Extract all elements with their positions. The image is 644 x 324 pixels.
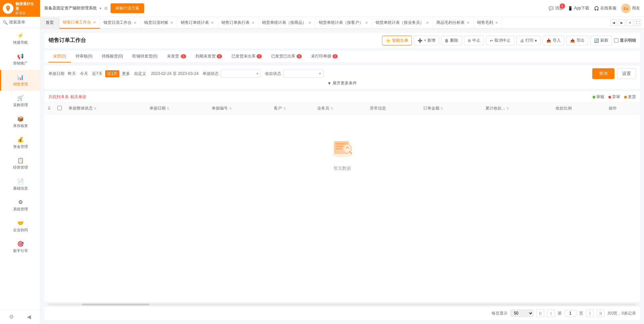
page-size-select[interactable]: 50 100 200 — [510, 310, 533, 317]
filter-tab-shipped-out[interactable]: 已发货已出库 0 — [266, 51, 306, 63]
page-last-btn[interactable]: ⟩⟩ — [597, 309, 605, 317]
sidebar-item-marketing[interactable]: 📢 营销推广 — [0, 49, 40, 70]
page-label-of: 页 — [579, 311, 583, 316]
tab-sales-profit-close[interactable]: ✕ — [495, 21, 499, 25]
select-all-checkbox[interactable] — [57, 106, 62, 110]
th-date[interactable]: 单据日期 ⇅ — [146, 103, 208, 114]
tab-gross-profit[interactable]: 商品毛利分析表 ✕ — [433, 17, 474, 28]
filter-payment-select[interactable] — [283, 70, 324, 78]
filter-tab-pending-inspect[interactable]: 待拣验货(0) — [97, 51, 128, 63]
sidebar-item-quick-nav[interactable]: ⚡ 快捷导航 — [0, 28, 40, 49]
th-staff[interactable]: 业务员 ⇅ — [314, 103, 367, 114]
tab-sales-summary-staff-close[interactable]: ✕ — [425, 21, 429, 25]
quick-review-btn[interactable]: 审核 — [593, 94, 604, 100]
set-btn[interactable]: 设置 — [617, 68, 636, 79]
tab-sales-stats-close[interactable]: ✕ — [210, 21, 214, 25]
filter-expand-btn[interactable]: ▼ 展开更多条件 — [48, 80, 636, 86]
tab-next-btn[interactable]: ▶ — [618, 19, 625, 26]
sidebar-item-system[interactable]: ⚙ 系统管理 — [0, 195, 40, 216]
sidebar-item-finance[interactable]: 💰 资金管理 — [0, 132, 40, 153]
date-custom[interactable]: 自定义 — [133, 70, 147, 77]
tab-sales-exec-close[interactable]: ✕ — [251, 21, 255, 25]
import-btn[interactable]: 📥 导入 — [543, 36, 564, 45]
tab-sales-summary-product-close[interactable]: ✕ — [308, 21, 312, 25]
filter-tab-shipped-not-out[interactable]: 已发货未出库 0 — [227, 51, 267, 63]
filter-bar: 单据日期 昨天 今天 近7天 近1月 更多 自定义 2023-02-24 至 2… — [44, 66, 640, 89]
sidebar-item-enterprise[interactable]: 🤝 企业协同 — [0, 216, 40, 237]
tab-sales-summary-customer-close[interactable]: ✕ — [364, 21, 369, 25]
sidebar-item-guide[interactable]: 🎯 新手引导 — [0, 237, 40, 257]
sidebar-search[interactable]: 🔍 搜索菜单 — [0, 17, 40, 28]
filter-tab-not-printed[interactable]: 未打印单据 0 — [306, 51, 342, 63]
filter-tab-not-shipped[interactable]: 未发货 0 — [162, 51, 191, 63]
filter-status-select[interactable] — [221, 70, 261, 78]
sidebar-item-sales[interactable]: 📊 销售管理 — [0, 70, 40, 91]
refresh-btn[interactable]: 🔄 刷新 — [590, 36, 612, 45]
quick-cancel-review-btn[interactable]: 弃审 — [608, 94, 620, 100]
tab-cash-reconcile-close[interactable]: ✕ — [170, 21, 174, 25]
tab-close-all-btn[interactable]: ✕ — [627, 19, 633, 26]
th-status[interactable]: 单据整体状态 ⇅ — [65, 103, 146, 114]
tab-sales-profit[interactable]: 销售毛利 ✕ — [474, 17, 502, 28]
print-btn[interactable]: 🖨 打印 ▾ — [516, 36, 541, 45]
page-next-btn[interactable]: ⟩ — [586, 309, 594, 317]
th-number[interactable]: 单据编号 ⇅ — [208, 103, 270, 114]
show-detail-check[interactable]: 显示明细 — [614, 38, 636, 43]
filter-tab-expired[interactable]: 到期未发货 0 — [191, 51, 227, 63]
filter-tab-all[interactable]: 全部(0) — [48, 51, 71, 63]
tab-cash-daily-close[interactable]: ✕ — [133, 21, 137, 25]
scrollbar-track[interactable] — [48, 303, 636, 306]
sidebar-item-operation[interactable]: 📋 经营管理 — [0, 153, 40, 174]
message-btn[interactable]: 💬 消息 6 — [549, 5, 563, 11]
import-label: 导入 — [553, 38, 561, 43]
app-download-btn[interactable]: 📱 App下载 — [568, 5, 589, 11]
add-btn[interactable]: ➕ + 新增 — [414, 36, 439, 45]
delete-btn[interactable]: 🗑 删除 — [441, 36, 462, 45]
show-detail-checkbox[interactable] — [614, 38, 618, 43]
page-prev-btn[interactable]: ⟨ — [547, 309, 555, 317]
topbar-gear-icon[interactable]: ⚙ — [104, 6, 108, 11]
tab-prev-btn[interactable]: ◀ — [610, 19, 617, 26]
page-first-btn[interactable]: ⟨⟨ — [536, 309, 544, 317]
filter-tab-wangpu[interactable]: 旺铺待发货(0) — [128, 51, 162, 63]
tab-sales-workbench[interactable]: 销售订单工作台 ✕ — [59, 17, 100, 29]
smart-generate-btn[interactable]: ⭐ 智能生单 — [382, 36, 412, 45]
th-collected[interactable]: 累计收款... ⇅ — [482, 103, 552, 114]
tab-fullscreen-btn[interactable]: ⛶ — [635, 19, 641, 26]
settings-icon[interactable]: ⚙ — [9, 314, 14, 320]
date-yesterday[interactable]: 昨天 — [67, 70, 77, 77]
tab-sales-summary-staff[interactable]: 销货单统计表（按业务员） ✕ — [372, 17, 433, 28]
tab-home[interactable]: 首页 — [40, 17, 59, 28]
sidebar-item-purchase[interactable]: 🛒 采购管理 — [0, 91, 40, 112]
tab-gross-profit-close[interactable]: ✕ — [466, 21, 470, 25]
cancel-stop-btn[interactable]: ↩ 取消中止 — [486, 36, 514, 45]
sidebar-item-inventory[interactable]: 📦 库存核算 — [0, 112, 40, 132]
tab-sales-exec[interactable]: 销售订单执行表 ✕ — [218, 17, 259, 28]
tab-sales-summary-product[interactable]: 销货单统计表（按商品） ✕ — [259, 17, 315, 28]
tab-sales-workbench-close[interactable]: ✕ — [92, 21, 96, 24]
th-customer[interactable]: 客户 ⇅ — [270, 103, 314, 114]
user-btn[interactable]: Ea 用友 — [621, 4, 640, 13]
date-more[interactable]: 更多 — [121, 70, 131, 77]
export-btn[interactable]: 📤 导出 — [566, 36, 588, 45]
scrollbar-thumb[interactable] — [82, 303, 149, 306]
filter-tab-pending-review[interactable]: 待审核(0) — [71, 51, 97, 63]
collapse-icon[interactable]: ◀ — [27, 314, 31, 320]
tab-cash-reconcile[interactable]: 钱货日清对账 ✕ — [141, 17, 177, 28]
date-1month[interactable]: 近1月 — [105, 70, 120, 77]
sidebar-item-basic[interactable]: 📄 基础信息 — [0, 174, 40, 195]
page-input[interactable] — [564, 310, 576, 317]
tab-cash-daily[interactable]: 钱货日清工作台 ✕ — [100, 17, 141, 28]
date-today[interactable]: 今天 — [79, 70, 89, 77]
th-amount[interactable]: 订单金额 ⇅ — [420, 103, 482, 114]
table-scroll-container[interactable]: ⠿ 单据整体状态 ⇅ 单据日期 ⇅ — [44, 103, 640, 302]
tab-sales-stats[interactable]: 销售订单统计表 ✕ — [177, 17, 218, 28]
cancel-review-label: 弃审 — [612, 94, 620, 100]
date-7days[interactable]: 近7天 — [91, 70, 104, 77]
solution-btn[interactable]: 体验行业方案 — [111, 3, 144, 13]
quick-ship-btn[interactable]: 发货 — [624, 94, 636, 100]
tab-sales-summary-customer[interactable]: 销货单统计表（按客户） ✕ — [315, 17, 372, 28]
stop-btn[interactable]: ⊘ 中止 — [464, 36, 484, 45]
online-service-btn[interactable]: 🎧 在线客服 — [594, 5, 616, 11]
search-btn[interactable]: 查询 — [592, 68, 614, 79]
